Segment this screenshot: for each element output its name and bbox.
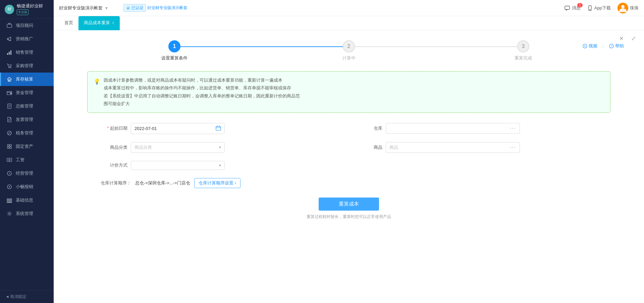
verified-company: 好业财专业版演示帐套 (147, 5, 187, 11)
sidebar-label-marketing: 营销推广 (16, 36, 33, 42)
start-date-input[interactable]: 2022-07-01 (131, 123, 225, 134)
message-icon (564, 5, 570, 11)
cart-icon (6, 63, 12, 69)
verified-badge-area: 已认证 好业财专业版演示帐套 (123, 4, 187, 12)
user-menu[interactable]: 珠珠 (618, 3, 639, 13)
sidebar-item-marketing[interactable]: 营销推广 (0, 32, 54, 46)
sidebar-nav: 项目顾问 营销推广 销售管理 (0, 19, 54, 290)
sidebar-item-asset[interactable]: 固定资产 (0, 140, 54, 153)
sidebar-item-purchase[interactable]: 采购管理 (0, 59, 54, 73)
step-1-label: 设置重算条件 (161, 55, 187, 61)
step-2-circle: 2 (343, 40, 355, 52)
sidebar-label-ledger: 总账管理 (16, 103, 33, 109)
sidebar-label-system: 系统管理 (16, 211, 33, 217)
basic-icon (6, 197, 12, 203)
svg-rect-16 (10, 147, 11, 148)
sidebar-item-system[interactable]: 系统管理 (0, 207, 54, 220)
avatar (618, 3, 628, 13)
salary-icon (6, 157, 12, 163)
sidebar-label-basic: 基础信息 (16, 197, 33, 203)
company-name: 好业财专业版演示帐套 (59, 5, 103, 11)
category-input[interactable]: 商品分类 ▾ (131, 142, 225, 153)
warehouse-field: 仓库 ··· (356, 123, 597, 134)
info-line-1: 因成本计算参数调整，或是对商品成本有疑问时，可以通过成本重算功能，重新计算一遍成… (104, 76, 300, 84)
start-date-field: 起始日期 2022-07-01 (101, 123, 342, 134)
step-3-label: 重算完成 (515, 55, 532, 61)
goods-dots-icon: ··· (510, 144, 516, 150)
company-selector[interactable]: 好业财专业版演示帐套 ▼ (59, 5, 119, 11)
tab-home[interactable]: 首页 (59, 16, 78, 30)
sidebar-item-project[interactable]: 项目顾问 (0, 19, 54, 32)
help-label: 帮助 (615, 43, 624, 49)
warehouse-label: 仓库 (356, 125, 382, 131)
sidebar-item-expense[interactable]: 小畅报销 (0, 180, 54, 193)
asset-icon (6, 143, 12, 149)
info-line-2: 成本重算过程中，影响库存账的操作均不能操作，比如进货单、销货单、库存单据不能审核… (104, 84, 300, 92)
sidebar: 财 畅捷通好业财 专业版 项目顾问 营销推广 (0, 0, 54, 303)
sidebar-item-finance[interactable]: 资金管理 (0, 86, 54, 99)
form-container: 起始日期 2022-07-01 仓库 (67, 123, 631, 220)
goods-placeholder: 商品 (389, 144, 508, 150)
video-label: 视频 (589, 43, 597, 49)
start-date-label: 起始日期 (101, 125, 127, 131)
calendar-icon (216, 125, 221, 132)
sidebar-item-sales[interactable]: 销售管理 (0, 46, 54, 59)
sidebar-item-salary[interactable]: 工资 (0, 153, 54, 167)
tax-icon (6, 130, 12, 136)
sidebar-item-inventory[interactable]: 库存核算 (0, 73, 54, 86)
sidebar-label-asset: 固定资产 (16, 143, 33, 149)
goods-input[interactable]: 商品 ··· (386, 142, 520, 153)
svg-rect-32 (216, 126, 221, 130)
sidebar-item-ledger[interactable]: 总账管理 (0, 99, 54, 113)
wallet-icon (6, 90, 12, 96)
help-button[interactable]: ? 帮助 (609, 43, 624, 49)
recalc-btn-label: 重算成本 (339, 201, 359, 207)
sidebar-item-basic[interactable]: 基础信息 (0, 193, 54, 207)
recalc-button[interactable]: 重算成本 (319, 198, 379, 211)
step-2: 2 计算中 (262, 40, 436, 61)
svg-rect-13 (7, 144, 9, 146)
topbar: 好业财专业版演示帐套 ▼ 已认证 好业财专业版演示帐套 消息 1 (54, 0, 644, 16)
sidebar-item-operations[interactable]: 经营管理 (0, 167, 54, 180)
sidebar-unpin[interactable]: ◄ 取消固定 (0, 290, 54, 303)
warehouse-order-value: 总仓->深圳仓库->...->门店仓 (135, 180, 190, 186)
recalc-note-text: 重算过程耗时较长，重算时您可以正常使用产品 (307, 214, 391, 219)
tab-recalc-close[interactable]: × (112, 20, 114, 25)
step-2-num: 2 (347, 43, 351, 49)
form-row-3: 计价方式 ▾ (101, 161, 597, 170)
app-download-label: App下载 (594, 5, 611, 11)
sidebar-label-salary: 工资 (16, 157, 24, 163)
pricing-input[interactable]: ▾ (131, 161, 225, 170)
book-icon (6, 103, 12, 109)
svg-rect-20 (7, 199, 12, 200)
sidebar-label-inventory: 库存核算 (16, 76, 33, 82)
warehouse-input[interactable]: ··· (386, 123, 520, 134)
sidebar-item-invoice[interactable]: 发票管理 (0, 113, 54, 126)
warehouse-order-chevron-icon: › (235, 180, 236, 185)
warning-icon: 💡 (94, 77, 100, 108)
svg-rect-3 (9, 52, 10, 55)
svg-point-18 (9, 159, 10, 161)
app-download-button[interactable]: App下载 (587, 5, 611, 11)
mobile-icon (587, 5, 593, 11)
warehouse-order-btn[interactable]: 仓库计算顺序设置 › (194, 178, 240, 188)
tab-recalc[interactable]: 商品成本重算 × (78, 16, 120, 30)
tabbar: 首页 商品成本重算 × (54, 16, 644, 30)
expense-icon (6, 184, 12, 190)
sidebar-label-purchase: 采购管理 (16, 63, 33, 69)
svg-point-10 (10, 93, 11, 94)
info-line-3: 若【系统设置】中启用了自动调整记账日期时，会调整入库单的整单记账日期，因此重新计… (104, 92, 300, 100)
sidebar-item-tax[interactable]: 税务管理 (0, 126, 54, 140)
category-field: 商品分类 商品分类 ▾ (101, 142, 342, 153)
steps-container: 1 设置重算条件 2 计算中 3 重算完成 (67, 40, 631, 61)
tab-recalc-label: 商品成本重算 (84, 20, 110, 26)
recalc-note: 重算过程耗时较长，重算时您可以正常使用产品 (307, 214, 391, 220)
pricing-label: 计价方式 (101, 162, 127, 168)
content-area: ✕ ⤢ 1 设置重算条件 2 计算中 (54, 30, 644, 303)
svg-rect-22 (7, 202, 12, 203)
message-button[interactable]: 消息 1 (564, 5, 581, 11)
video-help-button[interactable]: 视频 (583, 43, 597, 49)
logo-badge: 专业版 (17, 9, 29, 15)
system-icon (6, 211, 12, 217)
goods-field: 商品 商品 ··· (356, 142, 597, 153)
